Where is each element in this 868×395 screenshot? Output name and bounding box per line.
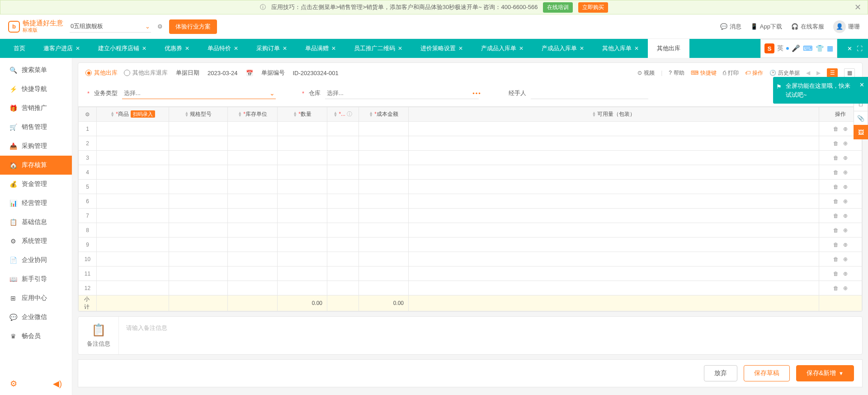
org-select[interactable]: 0五组旗舰板 ⌄	[70, 20, 151, 33]
image-tool-icon[interactable]: 🖼	[854, 125, 868, 139]
tab-invite[interactable]: 邀客户进店✕	[34, 39, 89, 58]
tab-in1[interactable]: 产成品入库单✕	[472, 39, 533, 58]
org-settings-icon[interactable]: ⚙	[157, 23, 163, 30]
help-button[interactable]: ?帮助	[669, 69, 684, 77]
attach-tool-icon[interactable]: 📎	[854, 111, 868, 125]
fullscreen-icon[interactable]: ⛶	[855, 43, 864, 54]
table-row[interactable]: 12🗑⊕	[79, 281, 862, 295]
list-view-button[interactable]: ☰	[827, 68, 838, 77]
close-icon[interactable]: ✕	[75, 45, 80, 52]
save-add-button[interactable]: 保存&新增▼	[796, 365, 854, 381]
copy-row-icon[interactable]: ⊕	[843, 213, 848, 219]
close-icon[interactable]: ✕	[398, 45, 402, 52]
sidebar-item-wechat[interactable]: 💬企业微信	[0, 308, 72, 327]
table-row[interactable]: 6🗑⊕	[79, 194, 862, 209]
warehouse-input[interactable]	[325, 87, 479, 99]
card-view-button[interactable]: ▦	[844, 68, 855, 77]
chevron-down-icon[interactable]: ⌄	[269, 90, 275, 97]
copy-row-icon[interactable]: ⊕	[843, 242, 848, 248]
next-icon[interactable]: ▶	[816, 70, 821, 76]
tab-home[interactable]: 首页	[5, 39, 34, 58]
delete-row-icon[interactable]: 🗑	[833, 285, 839, 291]
delete-row-icon[interactable]: 🗑	[833, 198, 839, 205]
copy-row-icon[interactable]: ⊕	[843, 198, 848, 205]
table-row[interactable]: 9🗑⊕	[79, 238, 862, 252]
tab-price[interactable]: 进价策略设置✕	[411, 39, 472, 58]
train-button[interactable]: 在线培训	[543, 2, 573, 13]
mic-icon[interactable]: 🎤	[792, 44, 800, 52]
config-col-icon[interactable]: ⚙	[79, 107, 97, 122]
history-button[interactable]: 🕑历史单据	[769, 69, 800, 77]
copy-row-icon[interactable]: ⊕	[843, 169, 848, 176]
close-icon[interactable]: ✕	[634, 45, 639, 52]
handler-input[interactable]	[531, 87, 648, 99]
sidebar-item-system[interactable]: ⚙系统管理	[0, 232, 72, 251]
close-icon[interactable]: ✕	[331, 45, 336, 52]
keyboard-icon[interactable]: ⌨	[803, 44, 813, 52]
biztype-input[interactable]	[122, 87, 276, 99]
copy-row-icon[interactable]: ⊕	[843, 271, 848, 277]
close-icon[interactable]: ✕	[283, 45, 287, 52]
tab-gift[interactable]: 单品满赠✕	[296, 39, 345, 58]
copy-row-icon[interactable]: ⊕	[843, 155, 848, 161]
sidebar-item-search[interactable]: 🔍搜索菜单	[0, 61, 72, 80]
copy-row-icon[interactable]: ⊕	[843, 227, 848, 233]
sidebar-item-member[interactable]: ♛畅会员	[0, 327, 72, 346]
copy-row-icon[interactable]: ⊕	[843, 256, 848, 262]
sidebar-item-apps[interactable]: ⊞应用中心	[0, 289, 72, 308]
table-row[interactable]: 11🗑⊕	[79, 267, 862, 281]
sidebar-item-quick[interactable]: ⚡快捷导航	[0, 80, 72, 99]
delete-row-icon[interactable]: 🗑	[833, 140, 839, 147]
collapse-icon[interactable]: ◀)	[53, 379, 62, 389]
remark-input[interactable]: 请输入备注信息	[119, 317, 862, 354]
close-icon[interactable]: ✕	[142, 45, 146, 52]
delete-row-icon[interactable]: 🗑	[833, 155, 839, 161]
more-icon[interactable]: •••	[472, 90, 481, 97]
sidebar-item-base[interactable]: 📋基础信息	[0, 213, 72, 232]
table-row[interactable]: 4🗑⊕	[79, 165, 862, 180]
table-row[interactable]: 10🗑⊕	[79, 252, 862, 267]
grid-icon[interactable]: ▦	[827, 44, 833, 52]
copy-row-icon[interactable]: ⊕	[843, 140, 848, 147]
info-icon[interactable]: ⓘ	[347, 111, 352, 117]
scan-tag[interactable]: 扫码录入	[131, 110, 155, 118]
user-menu[interactable]: 👤珊珊	[833, 20, 860, 33]
video-button[interactable]: ⊙视频	[637, 69, 655, 77]
delete-row-icon[interactable]: 🗑	[833, 184, 839, 190]
close-icon[interactable]: ✕	[519, 45, 524, 52]
copy-row-icon[interactable]: ⊕	[843, 126, 848, 132]
delete-row-icon[interactable]: 🗑	[833, 256, 839, 262]
tab-miniprog[interactable]: 建立小程序店铺✕	[89, 39, 156, 58]
tab-special[interactable]: 单品特价✕	[198, 39, 247, 58]
date-value[interactable]: 2023-03-24	[208, 70, 238, 76]
close-tooltip-icon[interactable]: ✕	[859, 81, 864, 90]
radio-out[interactable]: 其他出库	[85, 69, 118, 77]
delete-row-icon[interactable]: 🗑	[833, 213, 839, 219]
table-row[interactable]: 3🗑⊕	[79, 151, 862, 165]
messages-link[interactable]: 💬消息	[720, 23, 741, 31]
close-icon[interactable]: ✕	[458, 45, 463, 52]
sidebar-item-guide[interactable]: 📖新手引导	[0, 270, 72, 289]
support-link[interactable]: 🎧在线客服	[791, 23, 824, 31]
delete-row-icon[interactable]: 🗑	[833, 227, 839, 233]
sidebar-item-sales[interactable]: 🛒销售管理	[0, 118, 72, 137]
prev-icon[interactable]: ◀	[806, 70, 810, 76]
copy-row-icon[interactable]: ⊕	[843, 184, 848, 190]
discard-button[interactable]: 放弃	[704, 365, 737, 381]
settings-icon[interactable]: ⚙	[10, 379, 17, 389]
delete-row-icon[interactable]: 🗑	[833, 271, 839, 277]
app-download-link[interactable]: 📱App下载	[750, 23, 782, 31]
table-row[interactable]: 1🗑⊕	[79, 122, 862, 136]
close-icon[interactable]: ✕	[580, 45, 584, 52]
delete-row-icon[interactable]: 🗑	[833, 242, 839, 248]
buy-button[interactable]: 立即购买	[578, 2, 608, 13]
hotkey-button[interactable]: ⌨快捷键	[691, 69, 717, 77]
sidebar-item-purchase[interactable]: 📥采购管理	[0, 137, 72, 156]
table-row[interactable]: 7🗑⊕	[79, 209, 862, 223]
close-icon[interactable]: ✕	[185, 45, 189, 52]
close-tip-icon[interactable]: ✕	[854, 2, 861, 12]
tab-qrcode[interactable]: 员工推广二维码✕	[345, 39, 411, 58]
tab-otherout[interactable]: 其他出库	[648, 39, 689, 58]
table-row[interactable]: 2🗑⊕	[79, 136, 862, 151]
table-row[interactable]: 5🗑⊕	[79, 180, 862, 194]
